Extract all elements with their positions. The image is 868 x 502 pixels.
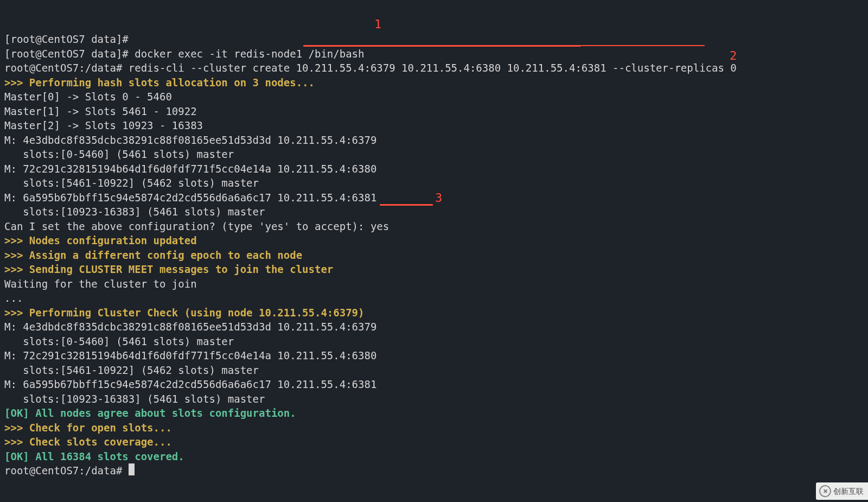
terminal-text: M: 6a595b67bbff15c94e5874c2d2cd556d6a6a6… [4, 192, 376, 204]
terminal-line: Master[1] -> Slots 5461 - 10922 [4, 104, 864, 119]
terminal-cursor[interactable] [129, 463, 135, 475]
terminal-text: M: 6a595b67bbff15c94e5874c2d2cd556d6a6a6… [4, 378, 376, 390]
terminal-line: >>> Check for open slots... [4, 421, 864, 435]
terminal-text: M: 4e3dbdc8f835dcbc38291c88f08165ee51d53… [4, 321, 376, 333]
terminal-line: M: 72c291c32815194b64d1f6d0fdf771f5cc04e… [4, 162, 864, 176]
terminal-text: [OK] All 16384 slots covered. [4, 450, 184, 462]
terminal-output: [root@CentOS7 data]#[root@CentOS7 data]#… [4, 32, 864, 478]
terminal-text: >>> Assign a different config epoch to e… [4, 249, 302, 261]
terminal-line: slots:[5461-10922] (5462 slots) master [4, 176, 864, 190]
terminal-text: >>> Performing hash slots allocation on … [4, 77, 315, 88]
terminal-line: slots:[10923-16383] (5461 slots) master [4, 392, 864, 406]
terminal-line: Can I set the above configuration? (type… [4, 219, 864, 234]
terminal-text: slots:[0-5460] (5461 slots) master [4, 148, 234, 160]
watermark-badge: ✕ 创新互联 [816, 482, 868, 500]
terminal-line: >>> Performing Cluster Check (using node… [4, 306, 864, 320]
terminal-line: M: 4e3dbdc8f835dcbc38291c88f08165ee51d53… [4, 133, 864, 148]
terminal-text: [root@CentOS7 data]# docker exec -it red… [4, 48, 364, 60]
underline-yes-answer [380, 204, 433, 206]
terminal-line: M: 6a595b67bbff15c94e5874c2d2cd556d6a6a6… [4, 190, 864, 205]
terminal-line: >>> Assign a different config epoch to e… [4, 248, 864, 263]
terminal-text: M: 72c291c32815194b64d1f6d0fdf771f5cc04e… [4, 350, 376, 361]
terminal-text: root@CentOS7:/data# redis-cli --cluster … [4, 62, 737, 74]
terminal-line: >>> Sending CLUSTER MEET messages to joi… [4, 262, 864, 277]
terminal-text: Waiting for the cluster to join [4, 278, 197, 290]
terminal-text: Can I set the above configuration? (type… [4, 220, 389, 232]
terminal-line: Master[0] -> Slots 0 - 5460 [4, 90, 864, 104]
terminal-line: Waiting for the cluster to join [4, 277, 864, 291]
terminal-line: >>> Nodes configuration updated [4, 233, 864, 248]
terminal-text: >>> Performing Cluster Check (using node… [4, 307, 364, 319]
terminal-line: [OK] All nodes agree about slots configu… [4, 406, 864, 421]
terminal-text: slots:[10923-16383] (5461 slots) master [4, 393, 265, 405]
terminal-text: >>> Nodes configuration updated [4, 234, 197, 246]
watermark-text: 创新互联 [833, 484, 864, 499]
terminal-line: slots:[5461-10922] (5462 slots) master [4, 363, 864, 378]
terminal-line: slots:[0-5460] (5461 slots) master [4, 334, 864, 349]
underline-cluster-addresses [303, 45, 581, 47]
terminal-text: Master[2] -> Slots 10923 - 16383 [4, 119, 203, 131]
terminal-text: [OK] All nodes agree about slots configu… [4, 407, 296, 419]
terminal-line: M: 72c291c32815194b64d1f6d0fdf771f5cc04e… [4, 348, 864, 363]
terminal-text: slots:[0-5460] (5461 slots) master [4, 335, 234, 347]
terminal-text: [root@CentOS7 data]# [4, 33, 129, 45]
terminal-text: root@CentOS7:/data# [4, 465, 129, 476]
terminal-text: >>> Sending CLUSTER MEET messages to joi… [4, 263, 333, 275]
terminal-text: M: 4e3dbdc8f835dcbc38291c88f08165ee51d53… [4, 134, 376, 146]
terminal-text: >>> Check slots coverage... [4, 436, 172, 448]
underline-cluster-addresses-2 [581, 45, 705, 46]
watermark-logo-icon: ✕ [819, 485, 831, 497]
terminal-line: M: 4e3dbdc8f835dcbc38291c88f08165ee51d53… [4, 320, 864, 334]
terminal-line: M: 6a595b67bbff15c94e5874c2d2cd556d6a6a6… [4, 377, 864, 392]
terminal-text: >>> Check for open slots... [4, 422, 172, 434]
terminal-text: slots:[10923-16383] (5461 slots) master [4, 206, 265, 218]
annotation-3: 3 [435, 191, 442, 206]
terminal-line: slots:[0-5460] (5461 slots) master [4, 147, 864, 162]
terminal-text: slots:[5461-10922] (5462 slots) master [4, 364, 259, 376]
terminal-text: ... [4, 292, 23, 304]
terminal-line: slots:[10923-16383] (5461 slots) master [4, 205, 864, 219]
terminal-text: Master[1] -> Slots 5461 - 10922 [4, 105, 197, 117]
terminal-line: [OK] All 16384 slots covered. [4, 449, 864, 464]
terminal-line: root@CentOS7:/data# [4, 463, 864, 478]
terminal-line: >>> Check slots coverage... [4, 435, 864, 449]
terminal-window[interactable]: [root@CentOS7 data]#[root@CentOS7 data]#… [0, 0, 868, 502]
annotation-1: 1 [374, 17, 381, 32]
annotation-2: 2 [730, 49, 737, 63]
terminal-text: M: 72c291c32815194b64d1f6d0fdf771f5cc04e… [4, 163, 376, 175]
terminal-text: slots:[5461-10922] (5462 slots) master [4, 177, 259, 189]
terminal-line: Master[2] -> Slots 10923 - 16383 [4, 118, 864, 133]
terminal-line: >>> Performing hash slots allocation on … [4, 75, 864, 90]
terminal-line: [root@CentOS7 data]# [4, 32, 864, 47]
terminal-text: Master[0] -> Slots 0 - 5460 [4, 91, 172, 103]
terminal-line: ... [4, 291, 864, 306]
